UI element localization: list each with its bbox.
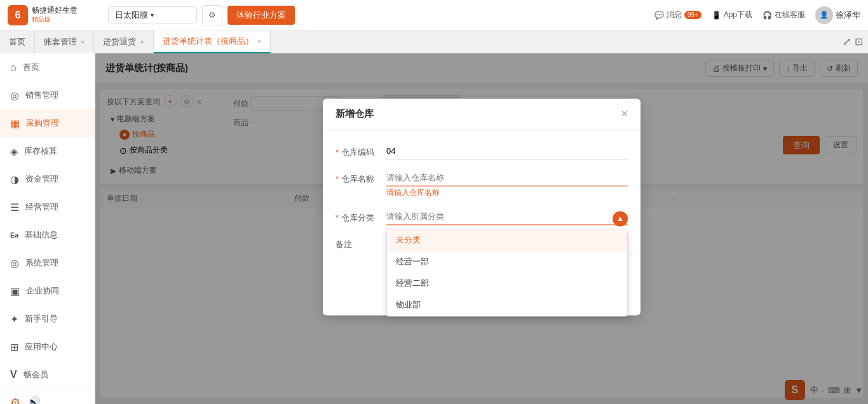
- store-selector[interactable]: 日太阳膜 ▾: [108, 6, 197, 24]
- main-layout: ⌂ 首页 ◎ 销售管理 ▦ 采购管理 ◈ 库存核算 ◑ 资金管理 ☰ 经营管理 …: [0, 53, 868, 404]
- chevron-down-icon: ▾: [151, 11, 154, 18]
- purchase-icon: ▦: [10, 118, 20, 130]
- code-field-col: [386, 143, 628, 159]
- dropdown-option-dept2[interactable]: 经营二部: [387, 273, 627, 294]
- tab-purchase-return-label: 进货退货: [103, 36, 136, 48]
- avatar: 👤: [815, 6, 833, 24]
- code-input[interactable]: [386, 143, 628, 159]
- category-field-group: 仓库分类 ▲ 未分类 经营一部 经营二部 物业部: [336, 208, 628, 225]
- app-label: App下载: [724, 10, 752, 20]
- modal-close-button[interactable]: ×: [621, 107, 628, 121]
- sidebar-item-sales[interactable]: ◎ 销售管理: [0, 81, 95, 109]
- category-dropdown-wrapper: ▲ 未分类 经营一部 经营二部 物业部: [386, 208, 628, 225]
- home-icon: ⌂: [10, 62, 17, 73]
- sidebar-item-label: 畅会员: [24, 369, 48, 380]
- tab-home[interactable]: 首页: [0, 30, 35, 53]
- code-field-group: 仓库编码: [336, 143, 628, 159]
- tab-bar: 首页 账套管理 × 进货退货 × 进货单统计表（按商品） × ⤢ ⊡: [0, 30, 868, 53]
- close-icon[interactable]: ×: [81, 38, 85, 46]
- restore-icon[interactable]: ⤢: [843, 36, 851, 48]
- sidebar-bottom: ⚙ 🔊: [0, 389, 95, 404]
- tab-accounts-label: 账套管理: [44, 36, 77, 48]
- modal-header: 新增仓库 ×: [323, 98, 641, 130]
- tab-purchase-stats[interactable]: 进货单统计表（按商品） ×: [154, 30, 271, 53]
- tab-accounts[interactable]: 账套管理 ×: [35, 30, 94, 53]
- sidebar-item-inventory[interactable]: ◈ 库存核算: [0, 137, 95, 165]
- close-icon[interactable]: ×: [140, 38, 144, 46]
- tab-home-label: 首页: [9, 36, 25, 48]
- newbie-icon: ✦: [10, 313, 18, 325]
- content-area: 进货单统计(按商品) 🖨 按模板打印 ▾ ↓ 导出 ↺ 刷新: [95, 53, 868, 404]
- sidebar-item-finance[interactable]: ◑ 资金管理: [0, 165, 95, 193]
- service-button[interactable]: 🎧 在线客服: [763, 10, 805, 20]
- apps-icon: ⊞: [10, 341, 18, 353]
- sidebar-item-vip[interactable]: V 畅会员: [0, 361, 95, 389]
- sidebar-item-operation[interactable]: ☰ 经营管理: [0, 193, 95, 221]
- tab-purchase-stats-label: 进货单统计表（按商品）: [163, 36, 254, 47]
- dropdown-option-uncategorized[interactable]: 未分类: [387, 229, 627, 251]
- dropdown-option-dept1[interactable]: 经营一部: [387, 251, 627, 273]
- sales-icon: ◎: [10, 90, 19, 102]
- tab-purchase-return[interactable]: 进货退货 ×: [94, 30, 153, 53]
- code-label: 仓库编码: [336, 143, 386, 158]
- dropdown-toggle-button[interactable]: ▲: [613, 211, 628, 226]
- logo-icon: 6: [8, 5, 28, 25]
- modal-body: 仓库编码 仓库名称 请输入仓库名称 仓库分类: [323, 130, 641, 274]
- store-name: 日太阳膜: [115, 10, 148, 21]
- inventory-icon: ◈: [10, 145, 18, 158]
- category-input[interactable]: [386, 208, 628, 225]
- headset-icon: 🎧: [763, 11, 772, 20]
- sidebar-item-label: 库存核算: [24, 145, 57, 157]
- category-dropdown-list: 未分类 经营一部 经营二部 物业部: [386, 229, 628, 316]
- sidebar-item-enterprise[interactable]: ▣ 企业协同: [0, 277, 95, 305]
- sidebar-item-label: 应用中心: [25, 341, 58, 353]
- dropdown-option-property[interactable]: 物业部: [387, 294, 627, 316]
- sidebar-item-apps[interactable]: ⊞ 应用中心: [0, 333, 95, 361]
- settings-button[interactable]: ⚙: [202, 5, 222, 25]
- close-icon[interactable]: ×: [257, 37, 261, 45]
- modal-title: 新增仓库: [336, 108, 374, 120]
- sidebar-item-home[interactable]: ⌂ 首页: [0, 53, 95, 81]
- remark-label: 备注: [336, 235, 386, 250]
- basic-icon: Ea: [10, 231, 18, 239]
- trial-button[interactable]: 体验行业方案: [227, 6, 295, 25]
- name-error-msg: 请输入仓库名称: [386, 187, 628, 198]
- sidebar-item-label: 新手引导: [25, 313, 58, 325]
- sidebar-item-basic[interactable]: Ea 基础信息: [0, 221, 95, 249]
- sidebar-item-purchase[interactable]: ▦ 采购管理: [0, 109, 95, 137]
- operation-icon: ☰: [10, 201, 19, 213]
- sidebar-item-label: 资金管理: [25, 173, 58, 185]
- system-icon: ◎: [10, 257, 19, 269]
- message-badge: 99+: [684, 11, 702, 19]
- top-bar: 6 畅捷通好生意 精品版 日太阳膜 ▾ ⚙ 体验行业方案 💬 消息 99+ 📱 …: [0, 0, 868, 30]
- gear-icon: ⚙: [208, 10, 216, 20]
- message-label: 消息: [667, 10, 682, 20]
- vip-icon: V: [10, 369, 17, 380]
- sidebar-item-newbie[interactable]: ✦ 新手引导: [0, 305, 95, 333]
- name-field-col: 请输入仓库名称: [386, 170, 628, 198]
- user-info[interactable]: 👤 徐泽华: [815, 6, 860, 24]
- sidebar-item-label: 基础信息: [25, 229, 58, 241]
- sidebar-item-label: 经营管理: [25, 201, 58, 213]
- sidebar-item-label: 销售管理: [25, 90, 58, 101]
- sidebar-item-label: 首页: [23, 62, 39, 73]
- finance-icon: ◑: [10, 173, 19, 185]
- category-label: 仓库分类: [336, 208, 386, 224]
- sound-icon[interactable]: 🔊: [27, 396, 41, 404]
- sidebar: ⌂ 首页 ◎ 销售管理 ▦ 采购管理 ◈ 库存核算 ◑ 资金管理 ☰ 经营管理 …: [0, 53, 95, 404]
- sidebar-item-system[interactable]: ◎ 系统管理: [0, 249, 95, 277]
- logo-area: 6 畅捷通好生意 精品版: [8, 5, 103, 25]
- settings-bottom-icon[interactable]: ⚙: [10, 396, 20, 404]
- message-button[interactable]: 💬 消息 99+: [654, 10, 702, 20]
- tab-bar-actions: ⤢ ⊡: [843, 36, 868, 48]
- name-label: 仓库名称: [336, 170, 386, 185]
- expand-icon[interactable]: ⊡: [855, 36, 863, 48]
- name-input[interactable]: [386, 170, 628, 186]
- app-download-button[interactable]: 📱 App下载: [712, 10, 752, 20]
- message-icon: 💬: [654, 11, 664, 20]
- enterprise-icon: ▣: [10, 285, 20, 297]
- name-field-group: 仓库名称 请输入仓库名称: [336, 170, 628, 198]
- sidebar-item-label: 采购管理: [26, 118, 59, 129]
- sidebar-item-label: 系统管理: [25, 257, 58, 269]
- top-bar-right: 💬 消息 99+ 📱 App下载 🎧 在线客服 👤 徐泽华: [654, 6, 860, 24]
